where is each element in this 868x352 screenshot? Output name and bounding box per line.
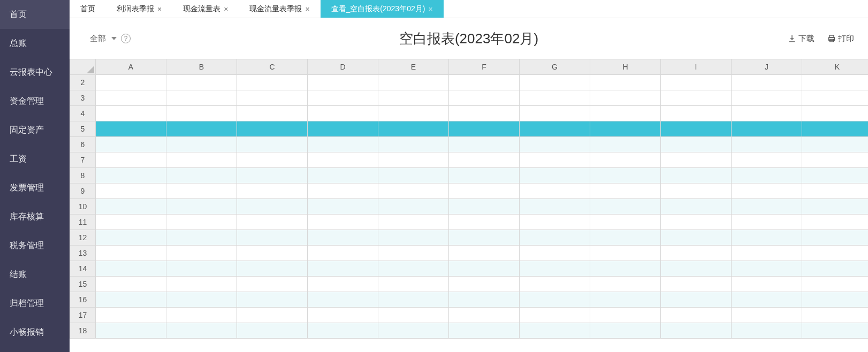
cell-C4[interactable] <box>237 106 308 121</box>
cell-G18[interactable] <box>520 323 590 339</box>
cell-G4[interactable] <box>520 106 590 121</box>
cell-H14[interactable] <box>590 261 661 277</box>
cell-E8[interactable] <box>378 168 449 183</box>
cell-C13[interactable] <box>237 246 308 261</box>
row-header-9[interactable]: 9 <box>70 183 96 199</box>
row-header-14[interactable]: 14 <box>70 261 96 277</box>
cell-I2[interactable] <box>661 75 732 90</box>
sidebar-item-2[interactable]: 云报表中心 <box>0 58 70 87</box>
cell-E13[interactable] <box>378 246 449 261</box>
cell-K7[interactable] <box>802 152 869 168</box>
cell-H4[interactable] <box>590 106 661 121</box>
cell-G11[interactable] <box>520 215 590 230</box>
cell-I5[interactable] <box>661 121 732 137</box>
cell-F7[interactable] <box>449 152 520 168</box>
cell-K18[interactable] <box>802 323 869 339</box>
chevron-down-icon[interactable] <box>111 37 117 40</box>
cell-F12[interactable] <box>449 230 520 246</box>
sidebar-item-10[interactable]: 归档管理 <box>0 289 70 318</box>
select-all-corner[interactable] <box>70 59 96 75</box>
cell-F4[interactable] <box>449 106 520 121</box>
cell-K9[interactable] <box>802 183 869 199</box>
sidebar-item-9[interactable]: 结账 <box>0 260 70 289</box>
cell-G15[interactable] <box>520 277 590 292</box>
cell-K12[interactable] <box>802 230 869 246</box>
cell-B13[interactable] <box>166 246 237 261</box>
cell-B10[interactable] <box>166 199 237 215</box>
cell-C2[interactable] <box>237 75 308 90</box>
sidebar-item-11[interactable]: 小畅报销 <box>0 318 70 347</box>
filter-label[interactable]: 全部 <box>90 34 106 44</box>
cell-K10[interactable] <box>802 199 869 215</box>
cell-I9[interactable] <box>661 183 732 199</box>
cell-C14[interactable] <box>237 261 308 277</box>
cell-B11[interactable] <box>166 215 237 230</box>
cell-F15[interactable] <box>449 277 520 292</box>
cell-K8[interactable] <box>802 168 869 183</box>
cell-I16[interactable] <box>661 292 732 308</box>
cell-H18[interactable] <box>590 323 661 339</box>
cell-G7[interactable] <box>520 152 590 168</box>
cell-C11[interactable] <box>237 215 308 230</box>
cell-C3[interactable] <box>237 90 308 106</box>
cell-C5[interactable] <box>237 121 308 137</box>
cell-B8[interactable] <box>166 168 237 183</box>
cell-J11[interactable] <box>732 215 802 230</box>
cell-J12[interactable] <box>732 230 802 246</box>
print-button[interactable]: 打印 <box>827 34 854 44</box>
cell-J16[interactable] <box>732 292 802 308</box>
cell-C17[interactable] <box>237 308 308 323</box>
sidebar-item-7[interactable]: 库存核算 <box>0 202 70 231</box>
cell-I10[interactable] <box>661 199 732 215</box>
cell-F13[interactable] <box>449 246 520 261</box>
cell-C10[interactable] <box>237 199 308 215</box>
sidebar-item-8[interactable]: 税务管理 <box>0 231 70 260</box>
cell-B14[interactable] <box>166 261 237 277</box>
cell-G16[interactable] <box>520 292 590 308</box>
column-header-B[interactable]: B <box>166 59 237 75</box>
cell-H8[interactable] <box>590 168 661 183</box>
cell-J5[interactable] <box>732 121 802 137</box>
cell-B15[interactable] <box>166 277 237 292</box>
cell-A16[interactable] <box>96 292 166 308</box>
tab-3[interactable]: 现金流量表季报× <box>239 0 320 18</box>
row-header-2[interactable]: 2 <box>70 75 96 90</box>
cell-A7[interactable] <box>96 152 166 168</box>
cell-D5[interactable] <box>308 121 378 137</box>
row-header-11[interactable]: 11 <box>70 215 96 230</box>
cell-D6[interactable] <box>308 137 378 152</box>
cell-E14[interactable] <box>378 261 449 277</box>
cell-H3[interactable] <box>590 90 661 106</box>
cell-G2[interactable] <box>520 75 590 90</box>
cell-D9[interactable] <box>308 183 378 199</box>
cell-A4[interactable] <box>96 106 166 121</box>
cell-E2[interactable] <box>378 75 449 90</box>
cell-A9[interactable] <box>96 183 166 199</box>
close-icon[interactable]: × <box>305 5 309 13</box>
row-header-15[interactable]: 15 <box>70 277 96 292</box>
cell-I15[interactable] <box>661 277 732 292</box>
cell-K2[interactable] <box>802 75 869 90</box>
cell-G14[interactable] <box>520 261 590 277</box>
cell-F10[interactable] <box>449 199 520 215</box>
cell-B7[interactable] <box>166 152 237 168</box>
cell-J9[interactable] <box>732 183 802 199</box>
cell-K13[interactable] <box>802 246 869 261</box>
spreadsheet[interactable]: ABCDEFGHIJK23456789101112131415161718 <box>70 59 868 352</box>
cell-D18[interactable] <box>308 323 378 339</box>
cell-A8[interactable] <box>96 168 166 183</box>
cell-I11[interactable] <box>661 215 732 230</box>
cell-D7[interactable] <box>308 152 378 168</box>
column-header-D[interactable]: D <box>308 59 378 75</box>
cell-H7[interactable] <box>590 152 661 168</box>
help-icon[interactable]: ? <box>121 34 131 43</box>
cell-C18[interactable] <box>237 323 308 339</box>
row-header-4[interactable]: 4 <box>70 106 96 121</box>
cell-J4[interactable] <box>732 106 802 121</box>
cell-K5[interactable] <box>802 121 869 137</box>
cell-H5[interactable] <box>590 121 661 137</box>
cell-C8[interactable] <box>237 168 308 183</box>
cell-J3[interactable] <box>732 90 802 106</box>
cell-G10[interactable] <box>520 199 590 215</box>
cell-H2[interactable] <box>590 75 661 90</box>
